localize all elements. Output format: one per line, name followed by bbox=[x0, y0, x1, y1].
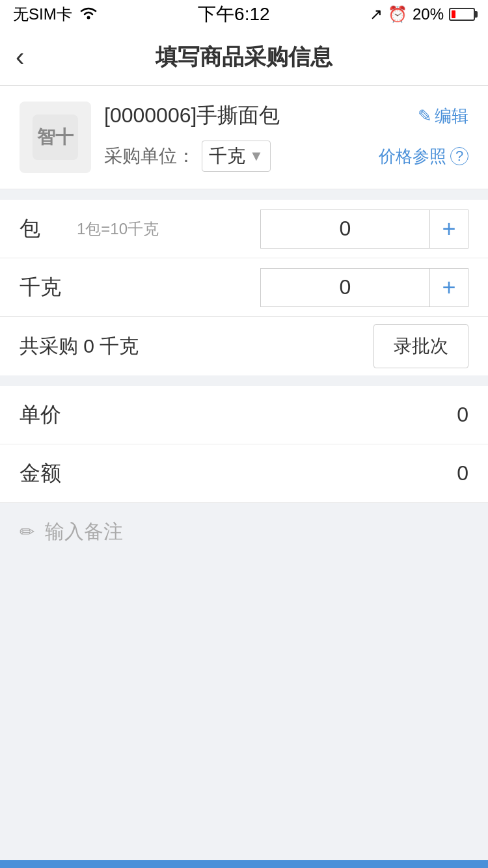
wifi-icon bbox=[79, 5, 98, 23]
confirm-button[interactable]: 确定 bbox=[0, 860, 488, 868]
location-icon: ↗ bbox=[370, 5, 383, 23]
product-image: 智十 bbox=[20, 102, 91, 173]
price-reference-button[interactable]: 价格参照 ? bbox=[379, 145, 468, 168]
amount-label: 金额 bbox=[20, 459, 61, 488]
unit-value: 千克 bbox=[209, 144, 245, 169]
product-name: [0000006]手撕面包 bbox=[104, 102, 280, 130]
page-title: 填写商品采购信息 bbox=[156, 42, 332, 72]
unit-price-row: 单价 0 bbox=[0, 386, 488, 444]
section-divider-2 bbox=[0, 375, 488, 386]
kg-input[interactable] bbox=[260, 268, 429, 307]
empty-space bbox=[0, 561, 488, 860]
amount-row: 金额 0 bbox=[0, 444, 488, 503]
unit-price-value: 0 bbox=[457, 403, 468, 427]
record-batch-button[interactable]: 录批次 bbox=[373, 324, 468, 368]
edit-button[interactable]: ✎ 编辑 bbox=[418, 105, 468, 128]
bag-input-row: 包 1包=10千克 + bbox=[0, 200, 488, 258]
price-ref-label: 价格参照 bbox=[379, 145, 446, 168]
product-card: 智十 [0000006]手撕面包 ✎ 编辑 采购单位： 千克 ▼ bbox=[0, 86, 488, 189]
amount-value: 0 bbox=[457, 461, 468, 485]
bag-input-wrapper: + bbox=[260, 210, 468, 249]
kg-input-row: 千克 + bbox=[0, 258, 488, 317]
remark-section[interactable]: ✏ 输入备注 bbox=[0, 503, 488, 561]
svg-point-0 bbox=[87, 16, 90, 20]
edit-label: 编辑 bbox=[435, 105, 468, 128]
battery-icon bbox=[449, 8, 475, 21]
status-bar: 无SIM卡 下午6:12 ↗ ⏰ 20% bbox=[0, 0, 488, 29]
input-section: 包 1包=10千克 + 千克 + bbox=[0, 200, 488, 317]
bag-label: 包 bbox=[20, 215, 72, 243]
pencil-icon: ✏ bbox=[20, 521, 34, 543]
status-time: 下午6:12 bbox=[198, 2, 270, 27]
edit-icon: ✎ bbox=[418, 106, 432, 126]
unit-price-label: 单价 bbox=[20, 401, 61, 429]
carrier-text: 无SIM卡 bbox=[13, 4, 72, 25]
kg-plus-button[interactable]: + bbox=[429, 268, 468, 307]
product-info: [0000006]手撕面包 ✎ 编辑 采购单位： 千克 ▼ 价格参照 ? bbox=[104, 102, 468, 172]
price-info-section: 单价 0 金额 0 bbox=[0, 386, 488, 503]
unit-select[interactable]: 千克 ▼ bbox=[202, 141, 271, 172]
chevron-down-icon: ▼ bbox=[249, 148, 264, 165]
alarm-icon: ⏰ bbox=[388, 5, 407, 23]
bag-input[interactable] bbox=[260, 210, 429, 249]
battery-percent: 20% bbox=[413, 5, 444, 23]
bag-sublabel: 1包=10千克 bbox=[77, 219, 260, 239]
remark-placeholder: 输入备注 bbox=[45, 519, 123, 545]
summary-row: 共采购 0 千克 录批次 bbox=[0, 317, 488, 375]
product-logo: 智十 bbox=[33, 115, 78, 160]
bag-plus-button[interactable]: + bbox=[429, 210, 468, 249]
back-button[interactable]: ‹ bbox=[16, 42, 24, 72]
product-name-row: [0000006]手撕面包 ✎ 编辑 bbox=[104, 102, 468, 130]
purchase-unit-row: 采购单位： 千克 ▼ 价格参照 ? bbox=[104, 141, 468, 172]
question-icon: ? bbox=[450, 147, 468, 165]
nav-bar: ‹ 填写商品采购信息 bbox=[0, 29, 488, 86]
status-right: ↗ ⏰ 20% bbox=[370, 5, 475, 23]
section-divider-1 bbox=[0, 189, 488, 200]
status-left: 无SIM卡 bbox=[13, 4, 98, 25]
kg-input-wrapper: + bbox=[260, 268, 468, 307]
unit-label: 采购单位： bbox=[104, 144, 195, 169]
summary-text: 共采购 0 千克 bbox=[20, 333, 139, 360]
kg-label: 千克 bbox=[20, 273, 72, 302]
